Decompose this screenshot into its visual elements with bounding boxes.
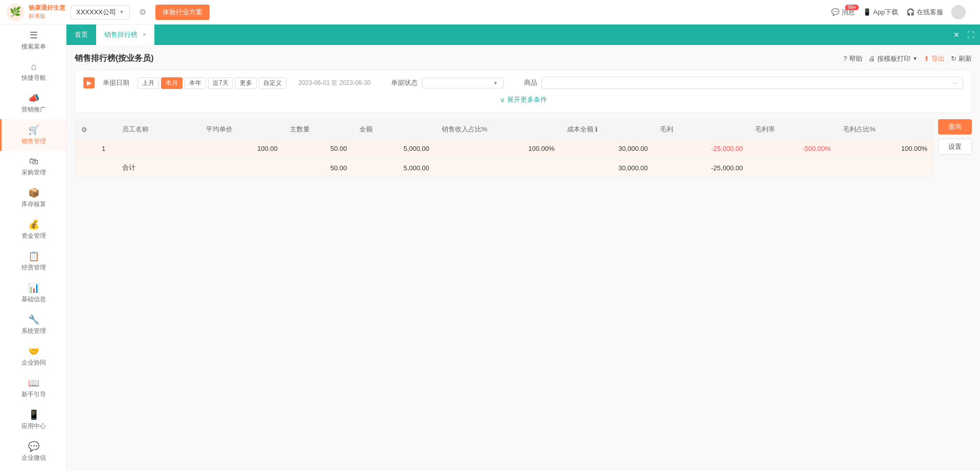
tab-sales-ranking-label: 销售排行榜 <box>104 30 138 39</box>
status-filter-label: 单据状态 <box>391 78 418 87</box>
home-icon: ⌂ <box>31 61 37 72</box>
print-button[interactable]: 🖨 按模板打印 ▼ <box>869 54 918 63</box>
sidebar-label-basic: 基础信息 <box>21 295 46 304</box>
search-button[interactable]: 查询 <box>938 119 972 134</box>
sidebar-item-quick-nav[interactable]: ⌂ 快捷导航 <box>0 56 66 87</box>
goods-filter-input[interactable]: ··· <box>541 77 963 89</box>
window-close-button[interactable]: ✕ <box>951 30 962 40</box>
filter-arrow-icon: ▶ <box>87 79 92 86</box>
sidebar-item-new-guide[interactable]: 📖 新手引导 <box>0 372 66 404</box>
sidebar-item-inventory[interactable]: 📦 库存核算 <box>0 182 66 214</box>
column-settings-icon[interactable]: ⚙ <box>81 126 87 133</box>
sidebar-label-guide: 新手引导 <box>21 390 46 399</box>
sidebar-label-collab: 企业协同 <box>21 358 46 367</box>
enterprise-collab-icon: 🤝 <box>28 346 39 357</box>
filter-toggle-button[interactable]: ▶ <box>83 77 95 88</box>
expand-icon: ∨ <box>500 96 505 104</box>
new-guide-icon: 📖 <box>28 377 39 389</box>
td-gross: -25,000.00 <box>654 140 749 158</box>
company-name: XXXXXX公司 <box>76 8 116 17</box>
th-settings: ⚙ <box>75 120 96 140</box>
company-selector[interactable]: XXXXXX公司 ▼ <box>71 5 130 19</box>
sidebar-item-app-center[interactable]: 📱 应用中心 <box>0 404 66 436</box>
settings-button[interactable]: 设置 <box>938 139 972 155</box>
sidebar-item-purchase[interactable]: 🛍 采购管理 <box>0 151 66 182</box>
date-btn-7days[interactable]: 近7天 <box>208 77 233 89</box>
phone-icon: 📱 <box>863 8 871 16</box>
company-settings-button[interactable]: ⚙ <box>135 5 150 20</box>
date-btn-current-month[interactable]: 本月 <box>161 77 183 89</box>
try-industry-button[interactable]: 体验行业方案 <box>155 5 210 20</box>
operation-icon: 📋 <box>28 251 39 262</box>
footer-avg-price <box>200 158 284 178</box>
sidebar-item-finance[interactable]: 💰 资金管理 <box>0 214 66 245</box>
system-icon: 🔧 <box>28 314 39 325</box>
th-amount: 全额 <box>353 120 436 140</box>
app-download-label: App下载 <box>873 8 898 17</box>
date-btn-last-month[interactable]: 上月 <box>138 77 159 89</box>
footer-gross-pct <box>837 158 933 178</box>
wechat-icon: 💬 <box>28 441 39 452</box>
sidebar-item-operation[interactable]: 📋 经营管理 <box>0 245 66 277</box>
export-label: 导出 <box>931 54 945 63</box>
export-button[interactable]: ⬆ 导出 <box>924 54 945 63</box>
app-logo-text: 畅康通好生意 <box>29 4 65 12</box>
page-title: 销售排行榜(按业务员) <box>75 53 154 64</box>
window-expand-button[interactable]: ⛶ <box>966 30 976 40</box>
tab-home-label: 首页 <box>75 30 88 39</box>
td-settings <box>75 140 96 158</box>
date-btn-custom[interactable]: 自定义 <box>259 77 286 89</box>
td-gross-rate: -500.00% <box>749 140 837 158</box>
message-button[interactable]: 💬 消息 99+ <box>831 8 855 17</box>
help-button[interactable]: ? 帮助 <box>844 54 862 63</box>
footer-label: 合计 <box>116 158 200 178</box>
sidebar-label-marketing: 营销推广 <box>21 105 46 114</box>
th-gross-rate: 毛利率 <box>749 120 837 140</box>
td-rank: 1 <box>96 140 116 158</box>
footer-cost: 30,000.00 <box>561 158 654 178</box>
sidebar-item-sales[interactable]: 🛒 销售管理 <box>0 119 66 151</box>
tab-close-button[interactable]: × <box>143 31 146 38</box>
sidebar-label-operation: 经营管理 <box>21 263 46 272</box>
status-select[interactable]: ▼ <box>422 78 504 88</box>
print-dropdown-arrow: ▼ <box>913 56 918 61</box>
finance-icon: 💰 <box>28 219 39 230</box>
logo-icon: 🌿 <box>6 3 25 21</box>
sales-icon: 🛒 <box>28 124 39 136</box>
message-badge: 99+ <box>845 5 859 10</box>
sidebar-label-inventory: 库存核算 <box>21 200 46 209</box>
sidebar-label-finance: 资金管理 <box>21 232 46 240</box>
expand-more-button[interactable]: ∨ 展开更多条件 <box>500 95 547 104</box>
th-main-qty: 主数量 <box>284 120 353 140</box>
tab-sales-ranking[interactable]: 销售排行榜 × <box>96 25 154 45</box>
tab-home[interactable]: 首页 <box>66 25 96 45</box>
date-range-display: 2023-06-01 至 2023-06-30 <box>299 79 371 87</box>
th-rank <box>96 120 116 140</box>
table-footer-row: 合计 50.00 5,000.00 30,000.00 -25,000.00 <box>75 158 933 178</box>
th-gross: 毛利 <box>654 120 749 140</box>
refresh-button[interactable]: ↻ 刷新 <box>951 54 972 63</box>
sidebar-label-search: 搜索菜单 <box>21 42 46 51</box>
user-avatar[interactable] <box>951 5 966 19</box>
sidebar-item-marketing[interactable]: 📣 营销推广 <box>0 87 66 119</box>
sidebar-item-system[interactable]: 🔧 系统管理 <box>0 309 66 341</box>
footer-main-qty: 50.00 <box>284 158 353 178</box>
td-main-qty: 50.00 <box>284 140 353 158</box>
sidebar-item-search-order[interactable]: ☰ 搜索菜单 <box>0 25 66 56</box>
th-employee: 员工名称 <box>116 120 200 140</box>
refresh-label: 刷新 <box>959 54 972 63</box>
online-service-button[interactable]: 🎧 在线客服 <box>906 8 943 17</box>
th-avg-price: 平均单价 <box>200 120 284 140</box>
sidebar-item-basic-info[interactable]: 📊 基础信息 <box>0 277 66 309</box>
sidebar-label-purchase: 采购管理 <box>21 168 46 177</box>
app-download-button[interactable]: 📱 App下载 <box>863 8 898 17</box>
filter-area: ▶ 单据日期 上月 本月 本年 近7天 更多 自定义 2023-06-01 至 … <box>75 70 972 113</box>
sidebar-item-member[interactable]: ♛ 畅会员 <box>0 467 66 471</box>
date-btn-more[interactable]: 更多 <box>235 77 257 89</box>
footer-sales-pct <box>436 158 561 178</box>
date-btn-current-year[interactable]: 本年 <box>185 77 206 89</box>
sidebar-label-quick: 快捷导航 <box>21 74 46 82</box>
sidebar-item-enterprise-collab[interactable]: 🤝 企业协同 <box>0 341 66 372</box>
sidebar-label-sales: 销售管理 <box>21 137 46 146</box>
sidebar-item-enterprise-wechat[interactable]: 💬 企业微信 <box>0 436 66 467</box>
